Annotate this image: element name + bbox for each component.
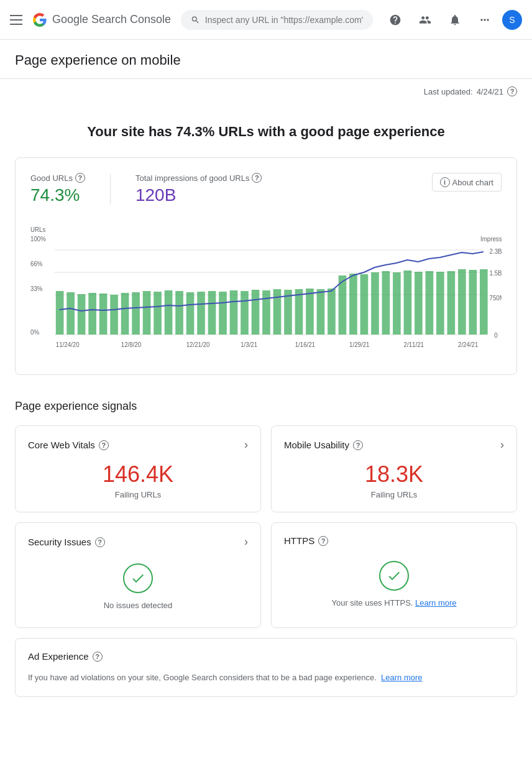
core-web-vitals-card: Core Web Vitals ? › 146.4K Failing URLs xyxy=(15,425,261,512)
svg-rect-45 xyxy=(393,272,401,335)
last-updated-date: 4/24/21 xyxy=(477,87,503,96)
svg-rect-24 xyxy=(165,290,173,335)
good-urls-label: Good URLs xyxy=(30,173,73,183)
main-content: Your site has 74.3% URLs with a good pag… xyxy=(0,104,532,722)
security-issues-label: Security Issues xyxy=(28,537,91,547)
svg-text:66%: 66% xyxy=(30,261,43,267)
svg-rect-47 xyxy=(415,272,423,335)
chart-svg: URLs 100% 66% 33% 0% Impressions 2.3B 1.… xyxy=(30,223,502,359)
svg-rect-21 xyxy=(132,292,140,335)
good-urls-metric: Good URLs ? 74.3% xyxy=(30,173,85,205)
svg-rect-31 xyxy=(241,291,249,335)
svg-rect-34 xyxy=(273,289,282,335)
security-issues-info-icon[interactable]: ? xyxy=(95,537,105,547)
core-web-vitals-label-failing: Failing URLs xyxy=(28,490,248,499)
svg-rect-53 xyxy=(480,269,488,335)
page-title: Page experience on mobile xyxy=(15,52,517,68)
good-urls-value: 74.3% xyxy=(30,185,85,205)
svg-text:2/24/21: 2/24/21 xyxy=(458,341,478,348)
chart-area: URLs 100% 66% 33% 0% Impressions 2.3B 1.… xyxy=(30,223,502,359)
help-button[interactable] xyxy=(383,7,408,32)
mobile-usability-label-failing: Failing URLs xyxy=(284,490,504,499)
svg-text:33%: 33% xyxy=(30,285,43,292)
ad-experience-learn-more-link[interactable]: Learn more xyxy=(381,673,422,682)
mobile-usability-info-icon[interactable]: ? xyxy=(353,440,363,450)
total-impressions-label: Total impressions of good URLs xyxy=(135,173,250,183)
svg-rect-33 xyxy=(262,290,270,335)
svg-rect-43 xyxy=(371,272,379,335)
svg-rect-44 xyxy=(382,271,390,335)
search-bar[interactable] xyxy=(181,10,373,30)
svg-rect-41 xyxy=(349,274,357,335)
total-impressions-info-icon[interactable]: ? xyxy=(252,173,262,183)
svg-rect-27 xyxy=(197,292,205,335)
mobile-usability-label: Mobile Usability xyxy=(284,440,349,450)
about-chart-info-icon: i xyxy=(440,177,450,187)
svg-text:1.5B: 1.5B xyxy=(490,270,502,277)
total-impressions-value: 120B xyxy=(135,185,262,205)
svg-text:12/8/20: 12/8/20 xyxy=(121,341,142,348)
svg-rect-29 xyxy=(219,292,227,335)
svg-rect-39 xyxy=(328,289,336,335)
svg-text:12/21/20: 12/21/20 xyxy=(186,341,210,348)
svg-text:11/24/20: 11/24/20 xyxy=(56,341,80,348)
svg-rect-51 xyxy=(458,269,466,335)
security-issues-ok-text: No issues detected xyxy=(104,601,173,610)
https-check-icon xyxy=(379,561,409,591)
mobile-usability-value: 18.3K xyxy=(284,461,504,488)
svg-rect-28 xyxy=(208,291,216,335)
svg-rect-50 xyxy=(447,271,456,335)
svg-text:1/3/21: 1/3/21 xyxy=(241,341,257,348)
svg-rect-37 xyxy=(306,289,314,335)
header-icons: S xyxy=(383,7,522,32)
logo[interactable]: Google Search Console xyxy=(32,12,171,27)
svg-rect-42 xyxy=(360,274,369,335)
search-input[interactable] xyxy=(205,15,363,25)
search-console-manage-button[interactable] xyxy=(413,7,438,32)
about-chart-button[interactable]: i About chart xyxy=(432,173,502,192)
svg-rect-15 xyxy=(66,292,75,335)
last-updated-bar: Last updated: 4/24/21 ? xyxy=(0,79,532,104)
https-learn-more-link[interactable]: Learn more xyxy=(415,598,456,608)
header: Google Search Console S xyxy=(0,0,532,40)
core-web-vitals-info-icon[interactable]: ? xyxy=(99,440,109,450)
ad-experience-info-icon[interactable]: ? xyxy=(93,652,103,662)
ad-experience-label: Ad Experience xyxy=(28,651,89,662)
signals-section: Page experience signals Core Web Vitals … xyxy=(15,400,517,697)
about-chart-label: About chart xyxy=(452,178,494,187)
security-issues-arrow[interactable]: › xyxy=(244,535,248,548)
svg-rect-46 xyxy=(404,270,412,335)
last-updated-info-icon[interactable]: ? xyxy=(507,86,517,96)
notifications-button[interactable] xyxy=(443,7,467,32)
svg-text:2.3B: 2.3B xyxy=(490,248,502,255)
page-title-bar: Page experience on mobile xyxy=(0,40,532,79)
security-issues-ok-area: No issues detected xyxy=(28,558,248,615)
bar-chart-bars xyxy=(56,269,488,335)
svg-rect-32 xyxy=(252,290,260,335)
total-impressions-metric: Total impressions of good URLs ? 120B xyxy=(135,173,262,205)
avatar[interactable]: S xyxy=(502,10,522,30)
svg-rect-36 xyxy=(295,289,303,335)
svg-rect-14 xyxy=(56,291,64,335)
signals-grid: Core Web Vitals ? › 146.4K Failing URLs … xyxy=(15,425,517,628)
https-ok-text: Your site uses HTTPS. Learn more xyxy=(331,598,456,608)
google-logo-icon xyxy=(32,12,47,27)
mobile-usability-arrow[interactable]: › xyxy=(500,438,504,451)
svg-text:1/16/21: 1/16/21 xyxy=(295,341,315,348)
last-updated-label: Last updated: xyxy=(424,87,473,96)
svg-text:750M: 750M xyxy=(490,295,502,302)
menu-icon[interactable] xyxy=(10,15,22,25)
core-web-vitals-arrow[interactable]: › xyxy=(244,438,248,451)
logo-text: Google Search Console xyxy=(52,13,171,26)
https-info-icon[interactable]: ? xyxy=(318,536,328,546)
https-label: HTTPS xyxy=(284,535,314,546)
mobile-usability-card: Mobile Usability ? › 18.3K Failing URLs xyxy=(271,425,517,512)
https-card: HTTPS ? Your site uses HTTPS. Learn more xyxy=(271,522,517,628)
svg-rect-26 xyxy=(186,292,195,335)
good-urls-info-icon[interactable]: ? xyxy=(75,173,85,183)
svg-text:URLs: URLs xyxy=(30,226,45,233)
svg-rect-17 xyxy=(88,293,96,335)
svg-rect-49 xyxy=(436,272,444,335)
svg-rect-52 xyxy=(469,270,477,335)
apps-button[interactable] xyxy=(472,7,497,32)
